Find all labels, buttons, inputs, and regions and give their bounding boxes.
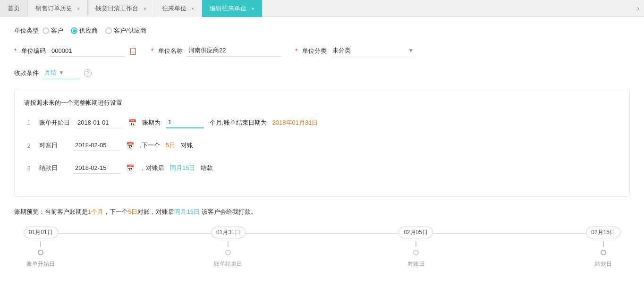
preview-highlight-2: 5日 — [128, 208, 137, 215]
payment-label: 收款条件 — [14, 69, 39, 77]
period-label-3: 结款日 — [39, 164, 68, 172]
preview-section: 账期预览：当前客户账期是1个月，下一个5日对账，对账后同月15日 该客户会给我打… — [14, 206, 630, 217]
period-row-1: 1 账单开始日 📅 账期为 个月,账单结束日期为 2018年01月31日 — [24, 117, 620, 128]
period-cal-icon-3[interactable]: 📅 — [126, 164, 134, 172]
settings-title: 请按照未来的一个完整帐期进行设置 — [24, 99, 620, 107]
preview-mid-1: ，下一个 — [103, 208, 128, 215]
radio-supplier-label: 供应商 — [79, 26, 98, 35]
tab-edit-contacts[interactable]: 编辑往来单位 × — [202, 0, 262, 17]
payment-group: 收款条件 月结 ▼ ? — [14, 67, 92, 79]
payment-row: 收款条件 月结 ▼ ? — [14, 67, 630, 79]
timeline-section: 01月01日 账单开始日 01月31日 账单结束日 02月05日 对账日 — [14, 227, 630, 268]
unit-type-label: 单位类型 — [14, 26, 39, 35]
period-cal-icon-1[interactable]: 📅 — [128, 119, 136, 127]
period-date-1[interactable] — [76, 117, 123, 128]
timeline-line-3 — [433, 233, 586, 234]
settings-box: 请按照未来的一个完整帐期进行设置 1 账单开始日 📅 账期为 个月,账单结束日期… — [14, 89, 630, 197]
period-date-2[interactable] — [73, 140, 120, 151]
radio-both-label: 客户/供应商 — [114, 26, 146, 35]
tab-cash-work-close[interactable]: × — [143, 6, 146, 11]
timeline-dot-1 — [225, 250, 231, 255]
tab-cash-work[interactable]: 钱货日清工作台 × — [88, 0, 154, 17]
radio-both[interactable]: 客户/供应商 — [105, 26, 146, 35]
period-num-2: 2 — [24, 142, 34, 149]
preview-highlight-3: 同月15日 — [174, 208, 199, 215]
radio-customer-circle — [42, 27, 49, 34]
radio-both-circle — [105, 27, 112, 34]
preview-prefix: 账期预览：当前客户账期是 — [14, 208, 88, 215]
timeline-badge-0: 01月01日 — [24, 227, 58, 238]
unit-type-group: 单位类型 客户 供应商 客户/供应商 — [14, 26, 146, 35]
period-highlight-3: 同月15日 — [170, 164, 195, 172]
unit-category-required: * — [295, 47, 297, 54]
radio-group: 客户 供应商 客户/供应商 — [42, 26, 146, 35]
preview-mid-2: 对账，对账后 — [137, 208, 174, 215]
unit-category-group: * 单位分类 未分类 ▼ — [295, 44, 415, 57]
payment-arrow-icon: ▼ — [59, 69, 64, 76]
period-suffix-post-3: 结款 — [201, 164, 213, 172]
unit-code-group: * 单位编码 📋 — [14, 45, 137, 57]
timeline-badge-1: 01月31日 — [211, 227, 246, 238]
tab-sales-history-label: 销售订单历史 — [35, 4, 72, 13]
timeline-points: 01月01日 账单开始日 01月31日 账单结束日 02月05日 对账日 — [19, 227, 625, 268]
tab-bar: 首页 销售订单历史 × 钱货日清工作台 × 往来单位 × 编辑往来单位 × › — [0, 0, 644, 17]
period-label-1: 账单开始日 — [39, 118, 70, 127]
radio-supplier-circle — [71, 27, 77, 34]
period-months-input[interactable] — [166, 117, 204, 128]
unit-category-label: 单位分类 — [302, 47, 327, 55]
unit-code-required: * — [14, 47, 17, 54]
period-num-1: 1 — [24, 119, 34, 126]
period-highlight-2: 5日 — [166, 141, 175, 150]
period-suffix-pre-1: 个月,账单结束日期为 — [210, 118, 267, 127]
unit-code-calendar-icon[interactable]: 📋 — [129, 47, 137, 55]
period-date-3[interactable] — [73, 162, 120, 174]
tab-home-label: 首页 — [8, 4, 20, 13]
timeline-dot-2 — [413, 250, 419, 255]
timeline-point-1: 01月31日 账单结束日 — [211, 227, 246, 268]
unit-name-label: 单位名称 — [158, 47, 183, 55]
period-suffix-pre-3: ，对账后 — [140, 164, 164, 172]
radio-supplier[interactable]: 供应商 — [71, 26, 98, 35]
unit-category-value: 未分类 — [332, 46, 406, 55]
radio-customer[interactable]: 客户 — [42, 26, 63, 35]
unit-name-input[interactable] — [186, 45, 281, 57]
period-label-2: 对账日 — [39, 141, 68, 150]
tab-chevron-icon[interactable]: › — [632, 0, 644, 17]
timeline-badge-2: 02月05日 — [398, 227, 433, 238]
unit-category-select[interactable]: 未分类 ▼ — [330, 44, 415, 57]
tab-home[interactable]: 首页 — [0, 0, 28, 17]
period-suffix-post-2: 对账 — [181, 141, 193, 150]
timeline-point-2: 02月05日 对账日 — [398, 227, 433, 268]
timeline-point-0: 01月01日 账单开始日 — [24, 227, 58, 268]
timeline-label-3: 结款日 — [595, 260, 612, 268]
preview-suffix: 该客户会给我打款。 — [202, 208, 257, 215]
period-row-3: 3 结款日 📅 ，对账后同月15日结款 — [24, 162, 620, 174]
unit-type-row: 单位类型 客户 供应商 客户/供应商 — [14, 26, 630, 35]
timeline-dot-3 — [601, 250, 606, 255]
period-row-2: 2 对账日 📅 ,下一个5日对账 — [24, 140, 620, 151]
period-end-date: 2018年01月31日 — [272, 118, 318, 127]
tab-edit-contacts-label: 编辑往来单位 — [210, 4, 246, 13]
tab-sales-history-close[interactable]: × — [77, 6, 80, 11]
unit-category-arrow-icon: ▼ — [408, 47, 414, 54]
period-cal-icon-2[interactable]: 📅 — [126, 142, 134, 149]
timeline-point-3: 02月15日 结款日 — [586, 227, 620, 268]
period-num-3: 3 — [24, 165, 34, 172]
tab-edit-contacts-close[interactable]: × — [251, 6, 254, 11]
payment-help-icon[interactable]: ? — [84, 69, 92, 77]
period-prefix-1: 账期为 — [142, 118, 161, 127]
timeline-label-2: 对账日 — [407, 260, 424, 268]
tab-sales-history[interactable]: 销售订单历史 × — [28, 0, 88, 17]
tab-contacts-close[interactable]: × — [191, 6, 194, 11]
radio-customer-label: 客户 — [51, 26, 63, 35]
unit-name-required: * — [151, 47, 153, 54]
main-content: 单位类型 客户 供应商 客户/供应商 * 单位编码 — [0, 17, 644, 287]
unit-code-input[interactable] — [50, 45, 125, 57]
tab-contacts-label: 往来单位 — [162, 4, 186, 13]
tab-contacts[interactable]: 往来单位 × — [154, 0, 202, 17]
payment-value: 月结 — [44, 68, 57, 77]
unit-code-label: 单位编码 — [21, 47, 46, 55]
timeline-badge-3: 02月15日 — [586, 227, 620, 238]
unit-name-group: * 单位名称 — [151, 45, 281, 57]
payment-select[interactable]: 月结 ▼ — [42, 67, 80, 79]
